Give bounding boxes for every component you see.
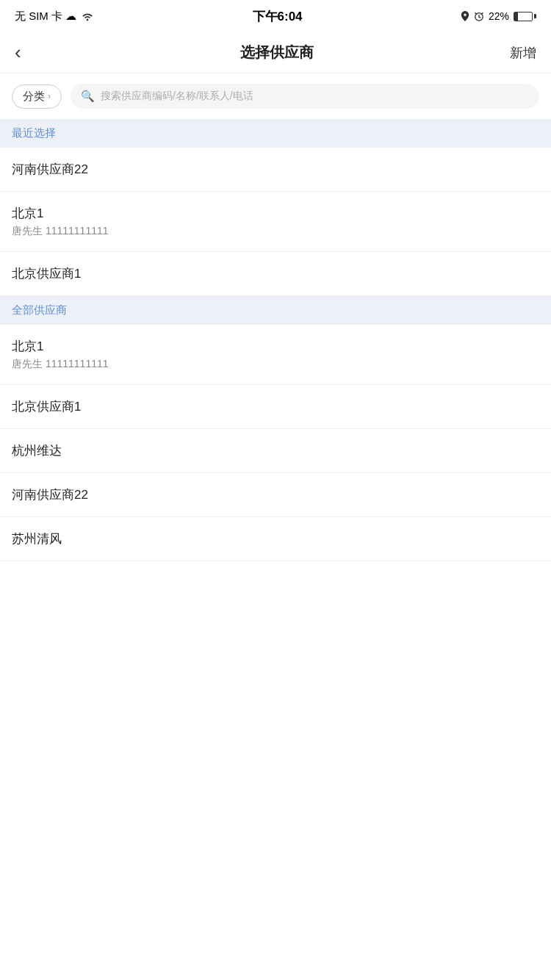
item-name: 河南供应商22	[12, 486, 539, 503]
all-item-2[interactable]: 杭州维达	[0, 429, 551, 473]
all-list: 北京1 唐先生 11111111111 北京供应商1 杭州维达 河南供应商22 …	[0, 325, 551, 561]
item-name: 杭州维达	[12, 442, 539, 459]
battery-percent: 22%	[489, 10, 509, 22]
all-section-label: 全部供应商	[12, 303, 67, 316]
search-box[interactable]: 🔍 搜索供应商编码/名称/联系人/电话	[71, 84, 539, 109]
recent-item-1[interactable]: 北京1 唐先生 11111111111	[0, 192, 551, 252]
item-name: 北京1	[12, 338, 539, 355]
item-name: 北京供应商1	[12, 265, 539, 282]
status-left: 无 SIM 卡 ☁	[15, 10, 94, 24]
item-name: 苏州清风	[12, 530, 539, 547]
page-title: 选择供应商	[240, 43, 314, 62]
status-bar: 无 SIM 卡 ☁ 下午6:04 22%	[0, 0, 551, 32]
sim-label: 无 SIM 卡 ☁	[15, 10, 76, 24]
all-item-1[interactable]: 北京供应商1	[0, 385, 551, 429]
category-label: 分类	[23, 90, 45, 104]
all-item-4[interactable]: 苏州清风	[0, 517, 551, 561]
all-item-3[interactable]: 河南供应商22	[0, 473, 551, 517]
add-button[interactable]: 新增	[510, 44, 536, 62]
status-time: 下午6:04	[253, 8, 303, 25]
all-section-header: 全部供应商	[0, 296, 551, 325]
recent-item-0[interactable]: 河南供应商22	[0, 148, 551, 192]
item-sub: 唐先生 11111111111	[12, 225, 539, 238]
location-icon	[461, 11, 469, 21]
item-name: 北京供应商1	[12, 398, 539, 415]
nav-bar: ‹ 选择供应商 新增	[0, 32, 551, 73]
search-placeholder: 搜索供应商编码/名称/联系人/电话	[101, 90, 529, 103]
battery-icon	[514, 12, 536, 21]
recent-item-2[interactable]: 北京供应商1	[0, 252, 551, 296]
category-filter[interactable]: 分类 ›	[12, 84, 62, 109]
wifi-icon	[81, 11, 94, 21]
item-name: 河南供应商22	[12, 161, 539, 178]
item-name: 北京1	[12, 205, 539, 222]
back-button[interactable]: ‹	[15, 41, 44, 64]
filter-bar: 分类 › 🔍 搜索供应商编码/名称/联系人/电话	[0, 73, 551, 119]
recent-section-header: 最近选择	[0, 119, 551, 148]
alarm-icon	[474, 11, 484, 21]
chevron-right-icon: ›	[48, 91, 51, 101]
item-sub: 唐先生 11111111111	[12, 358, 539, 371]
status-right: 22%	[461, 10, 536, 22]
all-item-0[interactable]: 北京1 唐先生 11111111111	[0, 325, 551, 385]
recent-section-label: 最近选择	[12, 126, 56, 139]
recent-list: 河南供应商22 北京1 唐先生 11111111111 北京供应商1	[0, 148, 551, 296]
search-icon: 🔍	[81, 90, 95, 103]
